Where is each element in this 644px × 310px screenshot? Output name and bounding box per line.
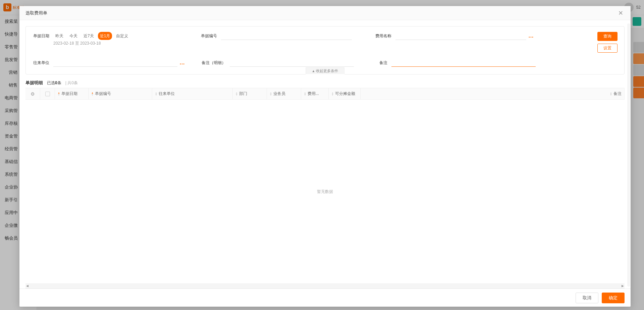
memo-detail-input[interactable] xyxy=(230,59,354,67)
sort-icon: ▲▼ xyxy=(91,92,94,96)
feename-input[interactable] xyxy=(395,32,526,40)
column-docno[interactable]: ▲▼ 单据编号 xyxy=(89,88,152,99)
date-tag-custom[interactable]: 自定义 xyxy=(114,32,130,40)
chevron-up-icon: ▲ xyxy=(312,69,315,73)
query-button[interactable]: 查询 xyxy=(597,32,618,41)
filter-panel: 单据日期 昨天 今天 近7天 近1月 自定义 2023-02-18 至 2023… xyxy=(25,26,625,74)
table-header-row: ⚙ ▲▼ 单据日期 ▲▼ 单据编号 ▲▼ 往来单位 ▲▼ xyxy=(25,88,625,100)
table: ⚙ ▲▼ 单据日期 ▲▼ 单据编号 ▲▼ 往来单位 ▲▼ xyxy=(25,88,625,289)
sort-icon: ▲▼ xyxy=(610,92,612,96)
vendor-input[interactable] xyxy=(53,59,177,67)
sort-icon: ▲▼ xyxy=(331,92,334,96)
docno-input[interactable] xyxy=(221,32,352,40)
collapse-filters-button[interactable]: ▲ 收起更多条件 xyxy=(306,67,345,74)
close-icon[interactable]: ✕ xyxy=(617,8,625,18)
sort-icon: ▲▼ xyxy=(235,92,238,96)
filter-label-vendor: 往来单位 xyxy=(33,59,53,67)
feename-lookup-icon[interactable]: … xyxy=(526,32,536,40)
column-checkbox[interactable] xyxy=(40,88,55,99)
date-tag-today[interactable]: 今天 xyxy=(67,32,79,40)
column-settings[interactable]: ⚙ xyxy=(25,88,40,99)
memo-input[interactable] xyxy=(391,59,536,67)
gear-icon: ⚙ xyxy=(31,91,35,97)
filter-buttons: 查询 设置 xyxy=(597,32,618,53)
date-range-display: 2023-02-18 至 2023-03-18 xyxy=(53,41,187,46)
filter-label-feename: 费用名称 xyxy=(375,32,395,40)
column-partner[interactable]: ▲▼ 往来单位 xyxy=(152,88,233,99)
list-title: 单据明细 xyxy=(25,80,43,86)
list-header: 单据明细 已选0条 | 共0条 xyxy=(25,80,625,86)
sort-icon: ▲▼ xyxy=(270,92,272,96)
column-amount[interactable]: ▲▼ 可分摊金额 xyxy=(329,88,361,99)
filter-label-docno: 单据编号 xyxy=(200,32,221,40)
modal-title: 选取费用单 xyxy=(25,10,47,16)
select-expense-modal: 选取费用单 ✕ 单据日期 昨天 今天 近7天 近1月 xyxy=(19,6,631,307)
sort-icon: ▲▼ xyxy=(58,92,60,96)
date-range-tags: 昨天 今天 近7天 近1月 自定义 xyxy=(53,32,187,40)
empty-state: 暂无数据 xyxy=(25,100,625,283)
filter-label-memo: 备注 xyxy=(375,59,391,67)
sort-icon: ▲▼ xyxy=(155,92,157,96)
confirm-button[interactable]: 确定 xyxy=(602,293,625,303)
filter-label-memo-detail: 备注（明细） xyxy=(200,59,230,67)
modal-body: 单据日期 昨天 今天 近7天 近1月 自定义 2023-02-18 至 2023… xyxy=(19,20,631,289)
selected-count: 已选0条 xyxy=(47,80,61,86)
modal-scrollbar[interactable] xyxy=(627,23,630,287)
settings-button[interactable]: 设置 xyxy=(597,44,618,53)
column-date[interactable]: ▲▼ 单据日期 xyxy=(55,88,89,99)
modal-header: 选取费用单 ✕ xyxy=(19,6,631,20)
date-tag-last1m[interactable]: 近1月 xyxy=(98,32,112,40)
total-count: | 共0条 xyxy=(65,80,78,86)
vendor-lookup-icon[interactable]: … xyxy=(177,59,187,67)
modal-overlay: 选取费用单 ✕ 单据日期 昨天 今天 近7天 近1月 xyxy=(0,0,644,310)
column-dept[interactable]: ▲▼ 部门 xyxy=(233,88,267,99)
sort-icon: ▲▼ xyxy=(304,92,306,96)
cancel-button[interactable]: 取消 xyxy=(576,293,598,303)
column-clerk[interactable]: ▲▼ 业务员 xyxy=(267,88,301,99)
column-fee[interactable]: ▲▼ 费用... xyxy=(301,88,329,99)
modal-footer: 取消 确定 xyxy=(19,289,631,307)
collapse-label: 收起更多条件 xyxy=(316,69,338,73)
date-tag-last7[interactable]: 近7天 xyxy=(82,32,96,40)
checkbox[interactable] xyxy=(45,92,50,96)
date-tag-yesterday[interactable]: 昨天 xyxy=(53,32,65,40)
horizontal-scrollbar[interactable] xyxy=(25,283,625,288)
column-remark[interactable]: ▲▼ 备注 xyxy=(361,88,625,99)
filter-label-date: 单据日期 xyxy=(33,32,53,40)
